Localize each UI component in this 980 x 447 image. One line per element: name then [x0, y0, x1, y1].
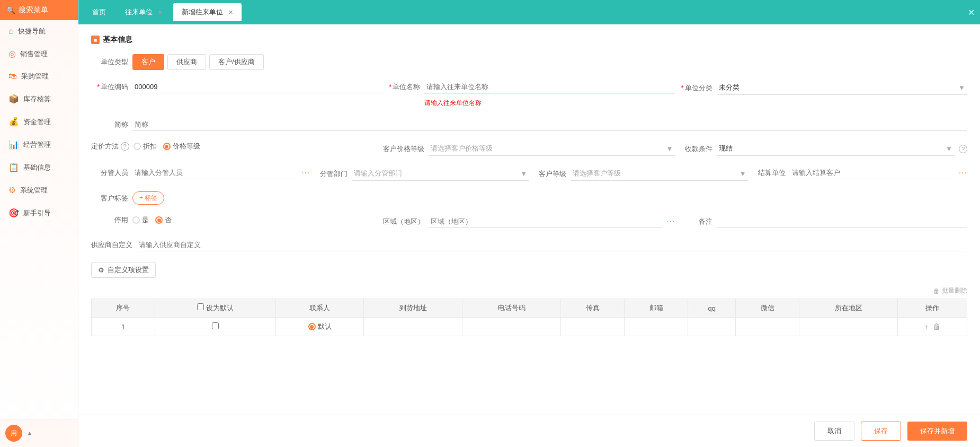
custom-settings-button[interactable]: ⚙ 自定义项设置 [91, 262, 156, 278]
form-content: ■ 基本信息 单位类型 客户 供应商 客户/供应商 *单位编码 [78, 24, 980, 415]
table-header-col-6: 邮箱 [625, 299, 688, 318]
supplier-custom-label: 供应商自定义 [91, 240, 132, 250]
unit-name-input[interactable] [424, 81, 675, 93]
operations-icon: 📊 [8, 139, 19, 150]
pricing-help-icon[interactable]: ? [121, 142, 129, 151]
inventory-icon: 📦 [8, 94, 19, 104]
region-input[interactable] [429, 215, 662, 228]
unit-name-field: *单位名称 请输入往来单位名称 [383, 81, 675, 108]
department-field: 分管部门 请输入分管部门 ▼ [310, 166, 530, 181]
disabled-row: 停用 是 否 区域（地区） ··· 备注 [91, 215, 967, 228]
payment-terms-help-icon[interactable]: ? [959, 145, 967, 153]
region-more-icon[interactable]: ··· [666, 217, 675, 226]
disabled-yes-radio[interactable]: 是 [132, 215, 149, 225]
table-header-col-0: 序号 [92, 299, 155, 318]
payment-terms-field: 收款条件 现结 ▼ ? [675, 142, 967, 156]
unit-code-input[interactable] [132, 81, 383, 93]
table-header-col-2: 联系人 [276, 299, 364, 318]
avatar: 用 [5, 425, 22, 442]
level-radio-circle [163, 143, 171, 150]
search-icon: 🔍 [6, 6, 15, 14]
add-tag-button[interactable]: + 标签 [132, 191, 164, 205]
settlement-unit-more-icon[interactable]: ··· [959, 168, 967, 178]
table-row-action-0: + 🗑 [903, 322, 961, 331]
manager-more-icon[interactable]: ··· [301, 168, 310, 178]
tab-label-home: 首页 [92, 7, 106, 17]
sidebar-item-finance[interactable]: 💰 资金管理 [0, 110, 78, 133]
manager-row: 分管人员 ··· 分管部门 请输入分管部门 ▼ 客户等级 请选择客户等级 ▼ 结… [91, 166, 967, 181]
tab-partner[interactable]: 往来单位✕ [117, 3, 171, 21]
cancel-button[interactable]: 取消 [814, 422, 854, 441]
guide-icon: 🎯 [8, 208, 19, 218]
unit-type-both-btn[interactable]: 客户/供应商 [209, 54, 264, 70]
sidebar-item-inventory[interactable]: 📦 库存核算 [0, 87, 78, 110]
purchase-icon: 🛍 [8, 72, 17, 81]
add-row-icon-0[interactable]: + [924, 322, 929, 331]
table-header-col-5: 传真 [561, 299, 625, 318]
payment-terms-label: 收款条件 [675, 144, 712, 154]
remark-input[interactable] [717, 215, 967, 228]
delete-row-icon-0[interactable]: 🗑 [933, 322, 940, 331]
disabled-label: 停用 [91, 215, 128, 225]
short-name-input[interactable] [132, 118, 967, 131]
customer-level-label: 客户等级 [529, 169, 566, 179]
customer-price-level-select[interactable]: 请选择客户价格等级 ▼ [429, 142, 675, 156]
supplier-custom-row: 供应商自定义 [91, 239, 967, 251]
unit-type-customer-btn[interactable]: 客户 [132, 54, 164, 70]
manager-field: 分管人员 ··· [91, 166, 310, 179]
main-area: 首页往来单位✕新增往来单位✕ ✕ ■ 基本信息 单位类型 客户 供应商 客户/供… [78, 0, 980, 447]
pricing-level-radio[interactable]: 价格等级 [163, 142, 200, 151]
batch-delete-button[interactable]: 🗑 批量删除 [933, 286, 967, 295]
sidebar-item-sales[interactable]: ◎ 销售管理 [0, 42, 78, 65]
finance-icon: 💰 [8, 117, 19, 127]
system-icon: ⚙ [8, 185, 16, 195]
save-button[interactable]: 保存 [861, 422, 901, 441]
sidebar-item-guide[interactable]: 🎯 新手引导 [0, 201, 78, 224]
supplier-custom-field: 供应商自定义 [91, 239, 967, 251]
unit-category-select[interactable]: 未分类 ▼ [717, 81, 967, 95]
department-label: 分管部门 [310, 169, 348, 179]
pricing-method-label: 定价方法 ? [91, 142, 129, 151]
sidebar-item-purchase[interactable]: 🛍 采购管理 [0, 65, 78, 87]
settlement-unit-input[interactable] [790, 166, 955, 179]
payment-terms-select[interactable]: 现结 ▼ [717, 142, 955, 156]
sidebar-item-operations[interactable]: 📊 经营管理 [0, 133, 78, 156]
settlement-unit-field: 结算单位 ··· [749, 166, 968, 179]
table-select-all-checkbox[interactable] [197, 303, 204, 310]
search-menu-button[interactable]: 🔍 搜索菜单 [0, 0, 78, 20]
tab-bar: 首页往来单位✕新增往来单位✕ ✕ [78, 0, 980, 24]
remark-label: 备注 [675, 217, 712, 226]
customer-level-field: 客户等级 请选择客户等级 ▼ [529, 166, 749, 181]
tab-home[interactable]: 首页 [84, 3, 114, 21]
sidebar-item-label-finance: 资金管理 [23, 117, 51, 127]
sidebar-item-quick-nav[interactable]: ⌂ 快捷导航 [0, 20, 78, 42]
tag-row: 客户标签 + 标签 [91, 191, 967, 205]
save-and-new-button[interactable]: 保存并新增 [907, 422, 967, 441]
sidebar-item-system[interactable]: ⚙ 系统管理 [0, 179, 78, 201]
tab-bar-close-button[interactable]: ✕ [968, 7, 975, 17]
customer-level-arrow-icon: ▼ [740, 170, 746, 178]
contacts-table-section: 🗑 批量删除 序号 设为默认联系人到货地址电话号码传真邮箱qq微信所在地区操作 … [91, 286, 967, 336]
table-header-col-9: 所在地区 [799, 299, 898, 318]
quick-nav-icon: ⌂ [8, 27, 14, 36]
unit-type-supplier-btn[interactable]: 供应商 [167, 54, 206, 70]
supplier-custom-input[interactable] [137, 239, 967, 251]
pricing-discount-radio[interactable]: 折扣 [133, 142, 157, 151]
manager-label: 分管人员 [91, 168, 128, 178]
tab-close-partner[interactable]: ✕ [158, 9, 163, 16]
disabled-no-radio[interactable]: 否 [155, 215, 172, 225]
table-row-default-0[interactable]: 默认 [281, 322, 358, 331]
table-actions: 🗑 批量删除 [91, 286, 967, 295]
manager-input[interactable] [132, 166, 297, 179]
footer-bar: 取消 保存 保存并新增 [78, 415, 980, 447]
sidebar-item-basic-info[interactable]: 📋 基础信息 [0, 156, 78, 179]
customer-level-select[interactable]: 请选择客户等级 ▼ [571, 166, 749, 181]
table-row-checkbox-0[interactable] [212, 322, 219, 329]
tab-close-new-partner[interactable]: ✕ [228, 9, 233, 16]
sidebar: 🔍 搜索菜单 ⌂ 快捷导航◎ 销售管理🛍 采购管理📦 库存核算💰 资金管理📊 经… [0, 0, 78, 447]
unit-category-arrow-icon: ▼ [958, 84, 965, 92]
tab-new-partner[interactable]: 新增往来单位✕ [173, 3, 242, 21]
sidebar-item-label-quick-nav: 快捷导航 [18, 27, 46, 36]
department-select[interactable]: 请输入分管部门 ▼ [352, 166, 530, 181]
remark-field: 备注 [675, 215, 967, 228]
